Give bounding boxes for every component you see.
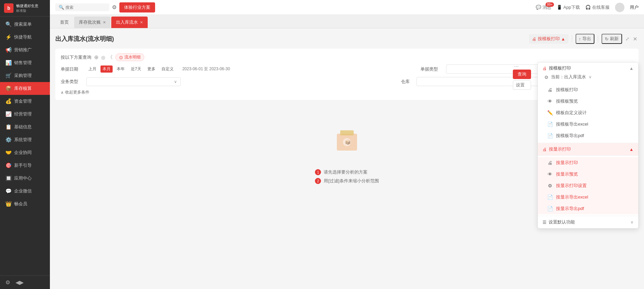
refresh-btn[interactable]: ↻ 刷新 xyxy=(602,34,622,44)
print-template-btn[interactable]: 🖨 按模板打印 ▲ xyxy=(529,34,568,44)
date-label: 单据日期 xyxy=(61,66,81,72)
settings-row[interactable]: ☰ 设置默认功能 ∨ xyxy=(538,216,638,228)
sidebar-item-wechat[interactable]: 💬企业微信 xyxy=(0,185,50,198)
sidebar-item-member[interactable]: 👑畅会员 xyxy=(0,198,50,210)
date-opt-custom[interactable]: 自定义 xyxy=(159,65,176,73)
tab-batch-ledger[interactable]: 库存批次账✕ xyxy=(74,17,111,28)
date-opt-this-year[interactable]: 本年 xyxy=(115,65,127,73)
sidebar-item-search[interactable]: 🔍搜索菜单 xyxy=(0,18,50,31)
message-icon: 💬 xyxy=(536,5,541,10)
dropdown-item-display-preview[interactable]: 👁按显示预览 xyxy=(538,168,638,180)
filter-settings-icon[interactable]: ◎ xyxy=(101,55,105,60)
dropdown-item-template-export-pdf[interactable]: 📄按模板导出pdf xyxy=(538,130,638,141)
export-btn[interactable]: ↑ 导出 xyxy=(576,34,595,44)
dropdown-collapse-icon[interactable]: ▲ xyxy=(629,66,634,71)
dropdown-item-display-export-pdf[interactable]: 📄按显示导出pdf xyxy=(538,203,638,214)
sidebar-item-label: 经营管理 xyxy=(14,111,32,117)
settings-label: ☰ 设置默认功能 xyxy=(543,219,575,225)
dropdown-item-template-export-excel[interactable]: 📄按模板导出excel xyxy=(538,119,638,130)
message-item[interactable]: 💬 消息 99+ xyxy=(536,4,551,10)
display-print-section-header[interactable]: 🖨 按显示打印 ▲ xyxy=(538,143,638,156)
filter-add-icon[interactable]: ⊕ xyxy=(94,54,98,60)
dropdown-item-display-export-excel[interactable]: 📄按显示导出excel xyxy=(538,191,638,203)
template-export-pdf-icon: 📄 xyxy=(547,133,553,138)
print-icon: 🖨 xyxy=(532,36,536,42)
page-title: 出入库流水(流水明细) xyxy=(55,35,114,43)
template-print-section: 🖨按模板打印👁按模板预览✏️模板自定义设计📄按模板导出excel📄按模板导出pd… xyxy=(538,83,638,143)
dropdown-item-template-preview[interactable]: 👁按模板预览 xyxy=(538,96,638,107)
query-btn[interactable]: 查询 xyxy=(513,70,531,79)
member-icon: 👑 xyxy=(5,201,11,207)
app-brand: 畅捷通好生意 标准版 xyxy=(16,3,38,12)
sidebar: b 畅捷通好生意 标准版 🔍搜索菜单⚡快捷导航📢营销推广📊销售管理🛒采购管理📦库… xyxy=(0,0,50,289)
customer-service-item[interactable]: 🎧 在线客服 xyxy=(585,4,610,10)
settings-chevron: ∨ xyxy=(631,220,634,225)
date-opt-this-month[interactable]: 本月 xyxy=(100,65,113,73)
display-print-section-icon: 🖨 xyxy=(543,147,547,152)
tab-home[interactable]: 首页 xyxy=(55,17,74,28)
more-dots-icon[interactable]: ... xyxy=(514,62,530,68)
refresh-icon: ↻ xyxy=(605,36,609,42)
filter-collapse-left-icon[interactable]: 《 xyxy=(108,54,113,60)
close-icon[interactable]: ✕ xyxy=(633,36,637,42)
industry-btn[interactable]: 体验行业方案 xyxy=(119,2,155,12)
display-print-settings-icon: ⚙ xyxy=(547,183,553,188)
quick-nav-icon: ⚡ xyxy=(5,34,11,40)
sidebar-item-enterprise[interactable]: 🤝企业协同 xyxy=(0,146,50,159)
settings-btn[interactable]: 设置 xyxy=(513,80,531,90)
tab-close-batch-ledger[interactable]: ✕ xyxy=(103,20,106,25)
content-area: 出入库流水(流水明细) 🖨 按模板打印 ▲ ↑ 导出 ↻ 刷新 ⤢ xyxy=(50,28,644,289)
dropdown-item-display-print[interactable]: 🖨按显示打印 xyxy=(538,157,638,168)
expand-icon[interactable]: ⤢ xyxy=(625,36,630,42)
gear-icon[interactable]: ⚙ xyxy=(112,4,117,10)
tab-flow[interactable]: 出入库流水✕ xyxy=(111,17,148,28)
tab-label-flow: 出入库流水 xyxy=(116,19,138,25)
sidebar-item-basic-info[interactable]: 📋基础信息 xyxy=(0,121,50,133)
sidebar-item-sales[interactable]: 📊销售管理 xyxy=(0,56,50,69)
display-preview-label: 按显示预览 xyxy=(556,171,578,177)
dropdown-main-title: 🖨 按模板打印 xyxy=(543,65,571,71)
template-print-label: 按模板打印 xyxy=(556,87,578,93)
date-opt-last-month[interactable]: 上月 xyxy=(86,65,98,73)
sidebar-item-quick-nav[interactable]: ⚡快捷导航 xyxy=(0,31,50,44)
sidebar-item-guide[interactable]: 🎯新手引导 xyxy=(0,159,50,172)
user-avatar[interactable] xyxy=(615,3,624,12)
collapse-sidebar-icon[interactable]: ◀▶ xyxy=(16,279,24,286)
dropdown-header: 🖨 按模板打印 ▲ xyxy=(538,62,638,73)
sidebar-item-label: 企业微信 xyxy=(14,188,32,194)
dropdown-item-template-print[interactable]: 🖨按模板打印 xyxy=(538,84,638,96)
app-download-icon: 📱 xyxy=(557,5,562,10)
sidebar-item-inventory[interactable]: 📦库存核算 xyxy=(0,82,50,95)
current-arrow: ∨ xyxy=(589,75,592,79)
export-icon: ↑ xyxy=(579,36,581,42)
sidebar-item-purchase[interactable]: 🛒采购管理 xyxy=(0,69,50,82)
current-icon: ⊙ xyxy=(545,75,548,80)
sidebar-footer: ⚙ ◀▶ xyxy=(0,275,50,289)
date-opt-last-7[interactable]: 近7天 xyxy=(129,65,143,73)
sidebar-item-label: 系统管理 xyxy=(14,137,32,143)
filter-title-row: 按以下方案查询 ⊕ ◎ 《 ⊙ 流水明细 xyxy=(61,53,633,61)
tab-close-flow[interactable]: ✕ xyxy=(140,20,143,25)
sidebar-item-operations[interactable]: 📈经营管理 xyxy=(0,108,50,121)
sidebar-item-finance[interactable]: 💰资金管理 xyxy=(0,95,50,108)
template-export-excel-label: 按模板导出excel xyxy=(556,121,588,127)
display-preview-icon: 👁 xyxy=(547,172,553,177)
tab-label-batch-ledger: 库存批次账 xyxy=(79,19,101,25)
inventory-icon: 📦 xyxy=(5,85,11,91)
date-opt-more[interactable]: 更多 xyxy=(145,65,157,73)
topbar-left: 🔍 ⚙ 体验行业方案 xyxy=(55,2,532,12)
search-input[interactable] xyxy=(65,5,99,10)
dropdown-item-template-custom[interactable]: ✏️模板自定义设计 xyxy=(538,107,638,119)
operations-icon: 📈 xyxy=(5,111,11,117)
dropdown-item-display-print-settings[interactable]: ⚙按显示打印设置 xyxy=(538,180,638,191)
sidebar-item-apps[interactable]: 🔲应用中心 xyxy=(0,172,50,185)
headset-icon: 🎧 xyxy=(585,5,591,10)
app-download-item[interactable]: 📱 App下载 xyxy=(557,4,580,10)
print-header-icon: 🖨 xyxy=(543,66,547,71)
sidebar-item-system[interactable]: ⚙️系统管理 xyxy=(0,133,50,146)
display-export-pdf-icon: 📄 xyxy=(547,206,553,211)
business-type-select[interactable]: ∨ xyxy=(86,77,181,86)
sidebar-item-marketing[interactable]: 📢营销推广 xyxy=(0,44,50,56)
settings-icon[interactable]: ⚙ xyxy=(5,279,10,286)
sidebar-item-label: 企业协同 xyxy=(14,150,32,156)
